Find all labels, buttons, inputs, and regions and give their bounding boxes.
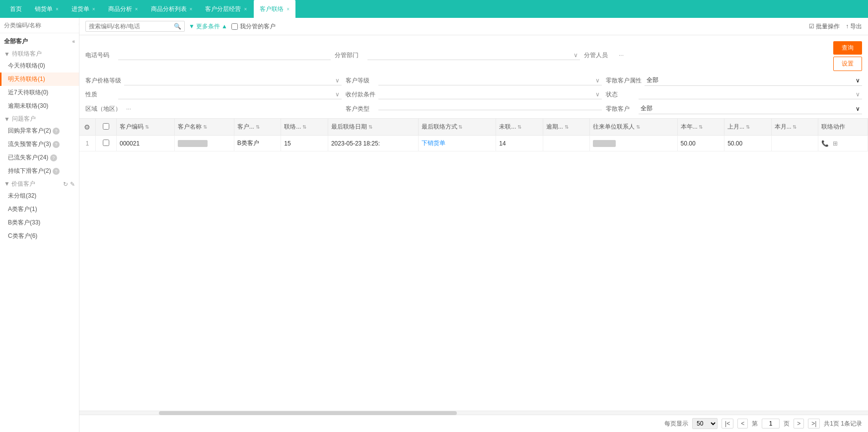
sidebar-item-churn-warning[interactable]: 流失预警客户(3) ? bbox=[0, 138, 79, 151]
filter-dept-select[interactable]: ∨ bbox=[367, 51, 580, 60]
sidebar-item-a-class[interactable]: A类客户(1) bbox=[0, 203, 79, 216]
current-page-input[interactable] bbox=[762, 419, 780, 429]
th-last-month[interactable]: 上月... bbox=[724, 119, 772, 136]
scroll-thumb[interactable] bbox=[159, 411, 457, 415]
more-filter-btn[interactable]: ▼ 更多条件 ▲ bbox=[189, 22, 227, 31]
nav-customer-contact[interactable]: 客户联络 × bbox=[254, 0, 295, 18]
nav-product-analysis[interactable]: 商品分析 × bbox=[102, 0, 144, 18]
close-purchase-order-icon[interactable]: × bbox=[92, 6, 95, 12]
value-group-edit-icon[interactable]: ✎ bbox=[70, 181, 75, 188]
last-page-btn[interactable]: >| bbox=[808, 419, 820, 429]
customer-table: ⚙ 客户编码 客户名称 客户... 联络... 最后联络日期 最后联络方式 未联… bbox=[79, 119, 868, 151]
th-customer-name[interactable]: 客户名称 bbox=[175, 119, 234, 136]
call-icon[interactable]: 📞 bbox=[821, 140, 829, 147]
gear-icon[interactable]: ⚙ bbox=[84, 123, 90, 131]
filter-customer-type: 客户类型 bbox=[346, 105, 602, 113]
filter-status: 状态 ∨ bbox=[606, 90, 862, 99]
nav-product-analysis-list[interactable]: 商品分析列表 × bbox=[145, 0, 199, 18]
filter-nature-select[interactable]: ∨ bbox=[118, 90, 342, 99]
info-icon-declining[interactable]: ? bbox=[53, 168, 60, 175]
table-scroll-bar[interactable] bbox=[79, 411, 868, 415]
select-all-checkbox[interactable] bbox=[103, 123, 109, 130]
sidebar-all-customers[interactable]: 全部客户 « bbox=[0, 33, 79, 48]
sidebar-item-repurchase-abnormal[interactable]: 回购异常客户(2) ? bbox=[0, 124, 79, 138]
table-container: ⚙ 客户编码 客户名称 客户... 联络... 最后联络日期 最后联络方式 未联… bbox=[79, 119, 868, 411]
sidebar-item-today-contact[interactable]: 今天待联络(0) bbox=[0, 59, 79, 72]
sidebar-item-declining[interactable]: 持续下滑客户(2) ? bbox=[0, 164, 79, 178]
total-info: 共1页 1条记录 bbox=[824, 420, 862, 428]
filter-nature: 性质 ∨ bbox=[85, 90, 342, 99]
td-overdue bbox=[543, 136, 590, 151]
sidebar-item-overdue-contact[interactable]: 逾期未联络(30) bbox=[0, 99, 79, 113]
prev-page-btn[interactable]: < bbox=[737, 419, 748, 429]
th-customer-code[interactable]: 客户编码 bbox=[117, 119, 175, 136]
sidebar-item-b-class[interactable]: B类客户(33) bbox=[0, 216, 79, 229]
value-group-refresh-icon[interactable]: ↻ bbox=[63, 181, 68, 188]
last-contact-link[interactable]: 下销货单 bbox=[422, 140, 445, 146]
filter-retail-customer-select[interactable]: 全部 ∨ bbox=[639, 103, 862, 114]
filter-payment-select[interactable]: ∨ bbox=[378, 90, 602, 99]
nav-purchase-order[interactable]: 进货单 × bbox=[66, 0, 101, 18]
th-this-month[interactable]: 本月... bbox=[771, 119, 818, 136]
filter-person-dots[interactable]: ··· bbox=[617, 52, 626, 59]
sidebar-item-c-class[interactable]: C类客户(6) bbox=[0, 229, 79, 243]
sidebar-item-7day-contact[interactable]: 近7天待联络(0) bbox=[0, 86, 79, 99]
th-last-contact-date[interactable]: 最后联络日期 bbox=[328, 119, 418, 136]
sidebar-item-churned[interactable]: 已流失客户(24) ? bbox=[0, 151, 79, 164]
td-actions: 📞 ⊞ bbox=[818, 136, 868, 151]
info-icon-repurchase[interactable]: ? bbox=[53, 128, 60, 135]
sidebar-value-group-header: ▼ 价值客户 ↻ ✎ bbox=[0, 178, 79, 189]
filter-price-grade-label: 客户价格等级 bbox=[85, 76, 121, 85]
query-button[interactable]: 查询 bbox=[833, 41, 862, 55]
filter-customer-type-label: 客户类型 bbox=[346, 105, 375, 113]
first-page-btn[interactable]: |< bbox=[722, 419, 733, 429]
main-search-input[interactable] bbox=[89, 23, 174, 30]
my-customers-checkbox-label[interactable]: 我分管的客户 bbox=[231, 22, 276, 31]
sidebar-item-ungrouped[interactable]: 未分组(32) bbox=[0, 189, 79, 203]
info-icon-churned[interactable]: ? bbox=[50, 154, 57, 161]
th-this-year[interactable]: 本年... bbox=[677, 119, 724, 136]
th-uncontacted[interactable]: 未联... bbox=[496, 119, 543, 136]
next-page-btn[interactable]: > bbox=[794, 419, 804, 429]
collapse-icon[interactable]: « bbox=[72, 39, 75, 44]
filter-customer-grade: 客户等级 ∨ bbox=[346, 76, 602, 85]
close-sales-order-icon[interactable]: × bbox=[56, 6, 59, 12]
page-size-select[interactable]: 50 100 200 bbox=[692, 418, 718, 429]
nav-sales-order[interactable]: 销货单 × bbox=[29, 0, 65, 18]
close-customer-layered-icon[interactable]: × bbox=[244, 6, 247, 12]
settings-button[interactable]: 设置 bbox=[833, 57, 862, 71]
export-btn[interactable]: ↑ 导出 bbox=[846, 22, 862, 31]
filter-phone-label: 电话号码 bbox=[85, 51, 115, 60]
nav-customer-layered[interactable]: 客户分层经营 × bbox=[199, 0, 253, 18]
nav-home[interactable]: 首页 bbox=[4, 0, 28, 18]
footer-bar: 每页显示 50 100 200 |< < 第 页 > >| 共1页 1条记录 bbox=[79, 415, 868, 432]
th-gear: ⚙ bbox=[79, 119, 95, 136]
close-product-analysis-list-icon[interactable]: × bbox=[190, 6, 193, 12]
filter-phone-input[interactable] bbox=[118, 51, 331, 60]
sidebar-problem-group: ▼ 问题客户 bbox=[0, 113, 79, 124]
close-customer-contact-icon[interactable]: × bbox=[287, 6, 289, 12]
th-last-contact-method[interactable]: 最后联络方式 bbox=[418, 119, 496, 136]
sidebar-item-tomorrow-contact[interactable]: 明天待联络(1) bbox=[0, 72, 79, 86]
th-contact-count[interactable]: 联络... bbox=[281, 119, 328, 136]
th-overdue[interactable]: 逾期... bbox=[543, 119, 590, 136]
filter-customer-type-select[interactable] bbox=[378, 108, 602, 110]
filter-status-select[interactable]: ∨ bbox=[639, 90, 862, 99]
sidebar-search-input[interactable] bbox=[4, 22, 78, 29]
filter-area-dots[interactable]: ··· bbox=[124, 105, 133, 112]
main-search-icon[interactable]: 🔍 bbox=[174, 23, 181, 30]
info-icon-churn-warning[interactable]: ? bbox=[53, 141, 60, 148]
row-checkbox[interactable] bbox=[103, 140, 109, 146]
th-related-contact[interactable]: 往来单位联系人 bbox=[590, 119, 677, 136]
td-name bbox=[175, 136, 234, 151]
bulk-ops-btn[interactable]: ☑ 批量操作 bbox=[809, 22, 840, 31]
close-product-analysis-icon[interactable]: × bbox=[135, 6, 138, 12]
filter-customer-grade-select[interactable]: ∨ bbox=[378, 76, 602, 85]
chevron-up-icon: ▲ bbox=[221, 23, 227, 30]
filter-retail-attr-select[interactable]: 全部 ∨ bbox=[645, 75, 862, 86]
grid-icon[interactable]: ⊞ bbox=[833, 140, 838, 147]
filter-price-grade-select[interactable]: ∨ bbox=[124, 76, 342, 85]
th-customer-type[interactable]: 客户... bbox=[234, 119, 281, 136]
filter-row-2: 客户价格等级 ∨ 客户等级 ∨ 零散客户属性 全部 ∨ bbox=[85, 75, 862, 86]
my-customers-checkbox[interactable] bbox=[231, 23, 238, 30]
